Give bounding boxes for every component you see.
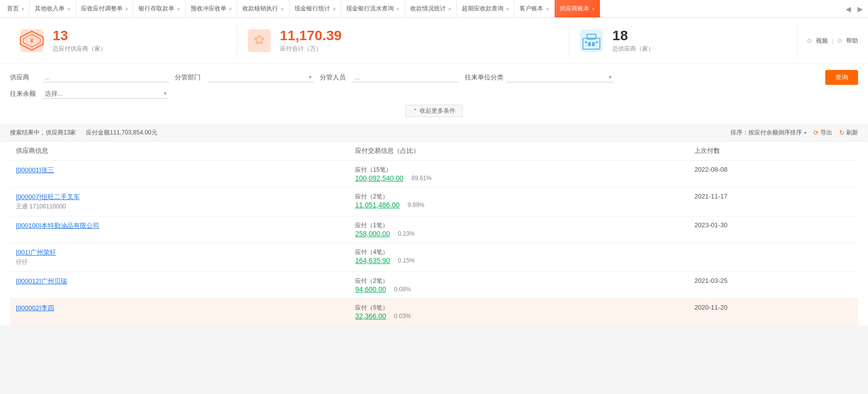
- query-button[interactable]: 查询: [825, 70, 858, 85]
- tab-close-supplier-ledger[interactable]: ×: [592, 6, 595, 12]
- total-suppliers-label: 总供应商（家）: [612, 45, 654, 53]
- sort-label: 排序：按应付余额倒序排序: [730, 129, 802, 137]
- video-link[interactable]: 视频: [816, 37, 828, 45]
- result-bar: 搜索结果中，供应商13家 应付金额111,703,854.00元 排序：按应付余…: [0, 125, 868, 141]
- tab-close-cash-bank-stat[interactable]: ×: [333, 6, 336, 12]
- balance-dropdown-arrow[interactable]: ▾: [164, 90, 167, 97]
- total-suppliers-text: 18 总供应商（家）: [612, 28, 654, 54]
- refresh-label: 刷新: [846, 129, 858, 137]
- supplier-link[interactable]: [000100]本特勤油品有限公司: [16, 222, 99, 229]
- last-payment-date: 2020-11-20: [694, 304, 727, 311]
- filter-row-2: 往来余额 ▾: [10, 89, 169, 99]
- nav-tab-customer-ledger[interactable]: 客户账本×: [514, 0, 554, 18]
- nav-prev-arrow[interactable]: ◀: [842, 0, 854, 18]
- ap-tx-cell: 应付（2笔）11,051,486.009.89%: [349, 188, 688, 216]
- tab-close-other-income[interactable]: ×: [67, 6, 70, 12]
- ap-amount[interactable]: 258,000.00: [355, 230, 390, 238]
- nav-tab-overdue-ar[interactable]: 超期应收款查询×: [457, 0, 514, 18]
- supplier-link[interactable]: [000012]广州贝瑞: [16, 277, 67, 285]
- ap-tx-cell: 应付（5笔）32,366.000.03%: [349, 299, 688, 326]
- balance-input-wrap[interactable]: ▾: [43, 89, 169, 99]
- tab-close-bank-deposit[interactable]: ×: [177, 6, 180, 12]
- nav-tab-bank-deposit[interactable]: 银行存取款单×: [134, 0, 185, 18]
- col-supplier-info: 供应商信息: [10, 141, 349, 161]
- ap-amount[interactable]: 164,635.90: [355, 257, 390, 264]
- person-input[interactable]: [355, 73, 457, 81]
- ap-suppliers-icon: ¥: [18, 27, 46, 55]
- supplier-link[interactable]: [000002]李四: [16, 304, 54, 312]
- tab-close-cash-flow-query[interactable]: ×: [396, 6, 399, 12]
- nav-next-arrow[interactable]: ▶: [854, 0, 866, 18]
- sort-select[interactable]: 排序：按应付余额倒序排序 ▾: [730, 129, 806, 137]
- tab-close-receipt-stat[interactable]: ×: [448, 6, 451, 12]
- dept-filter-label: 分管部门: [175, 73, 205, 82]
- collapse-label: 收起更多条件: [420, 107, 455, 115]
- tab-close-advance-ar[interactable]: ×: [229, 6, 232, 12]
- tab-close-ar-ap-adjust[interactable]: ×: [125, 6, 128, 12]
- nav-tab-receipt-verify[interactable]: 收款核销执行×: [237, 0, 289, 18]
- sort-dropdown-arrow[interactable]: ▾: [804, 130, 806, 135]
- dept-input-wrap[interactable]: ▾: [208, 72, 314, 82]
- ap-amount[interactable]: 100,092,540.00: [355, 174, 403, 182]
- supplier-link[interactable]: [001]广州荣轩: [16, 249, 56, 256]
- person-input-wrap[interactable]: [353, 72, 459, 82]
- svg-rect-10: [592, 42, 595, 46]
- tab-close-receipt-verify[interactable]: ×: [281, 6, 284, 12]
- supplier-input-wrap[interactable]: [43, 72, 169, 82]
- supplier-cell: [000007]恒旺二手叉车王通 17106110000: [10, 188, 349, 216]
- last-payment-cell: 2022-08-08: [688, 161, 858, 188]
- supplier-input[interactable]: [45, 73, 167, 81]
- ap-amount-label: 应付合计（万）: [280, 45, 342, 53]
- ap-tx-cell: 应付（15笔）100,092,540.0089.61%: [349, 161, 688, 188]
- ap-suppliers-text: 13 总应付供应商（家）: [53, 28, 106, 54]
- export-icon: ⟳: [813, 129, 819, 136]
- nav-tab-other-income[interactable]: 其他收入单×: [30, 0, 75, 18]
- collapse-button[interactable]: ⌃ 收起更多条件: [405, 105, 463, 117]
- nav-tab-cash-bank-stat[interactable]: 现金银行统计×: [289, 0, 341, 18]
- nav-tab-advance-ar[interactable]: 预收冲应收单×: [186, 0, 237, 18]
- help-link[interactable]: 帮助: [846, 37, 858, 45]
- supplier-cell: [000100]本特勤油品有限公司: [10, 216, 349, 243]
- nav-tab-supplier-ledger[interactable]: 供应商账本×: [555, 0, 600, 18]
- supplier-cell: [001]广州荣轩仔仔: [10, 243, 349, 272]
- ap-suppliers-num: 13: [53, 28, 106, 44]
- supplier-cell: [000012]广州贝瑞: [10, 272, 349, 299]
- ap-amount[interactable]: 32,366.00: [355, 312, 386, 320]
- ap-count-label: 应付（5笔）: [355, 304, 682, 312]
- nav-tab-receipt-stat[interactable]: 收款情况统计×: [405, 0, 457, 18]
- filter-balance: 往来余额 ▾: [10, 89, 169, 99]
- ap-amount[interactable]: 11,051,486.00: [355, 201, 400, 209]
- svg-rect-9: [588, 42, 591, 46]
- tab-close-customer-ledger[interactable]: ×: [546, 6, 549, 12]
- ap-pct: 0.15%: [398, 257, 415, 264]
- filter-supplier: 供应商: [10, 72, 169, 82]
- balance-input[interactable]: [45, 90, 164, 97]
- supplier-link[interactable]: [000001]张三: [16, 166, 54, 174]
- ap-amount[interactable]: 94,600.00: [355, 285, 386, 293]
- table-row: [000002]李四应付（5笔）32,366.000.03%2020-11-20: [10, 299, 858, 326]
- refresh-button[interactable]: ↻ 刷新: [839, 129, 858, 137]
- balance-filter-label: 往来余额: [10, 89, 40, 98]
- supplier-count-label: 搜索结果中，供应商13家: [10, 129, 76, 137]
- summary-total-suppliers: 18 总供应商（家）: [570, 23, 797, 59]
- dept-dropdown-arrow[interactable]: ▾: [309, 74, 312, 80]
- tab-close-home[interactable]: ×: [21, 6, 24, 12]
- category-input[interactable]: [508, 73, 609, 81]
- table-row: [000007]恒旺二手叉车王通 17106110000应付（2笔）11,051…: [10, 188, 858, 216]
- supplier-link[interactable]: [000007]恒旺二手叉车: [16, 193, 80, 200]
- category-dropdown-arrow[interactable]: ▾: [609, 74, 612, 80]
- table-wrap: 供应商信息 应付交易信息（占比） 上次付数 [000001]张三应付（15笔）1…: [0, 141, 868, 326]
- tab-close-overdue-ar[interactable]: ×: [506, 6, 509, 12]
- last-payment-cell: 2021-11-17: [688, 188, 858, 216]
- ap-pct: 89.61%: [412, 175, 432, 182]
- nav-tab-cash-flow-query[interactable]: 现金银行流水查询×: [341, 0, 405, 18]
- nav-tab-home[interactable]: 首页×: [2, 0, 30, 18]
- nav-tab-ar-ap-adjust[interactable]: 应收应付调整单×: [76, 0, 134, 18]
- circle-icon: ⊙: [807, 37, 812, 44]
- category-input-wrap[interactable]: ▾: [506, 72, 614, 82]
- ap-tx-cell: 应付（1笔）258,000.000.23%: [349, 216, 688, 243]
- export-button[interactable]: ⟳ 导出: [813, 129, 832, 137]
- category-filter-label: 往来单位分类: [465, 73, 504, 82]
- dept-input[interactable]: [210, 73, 309, 81]
- ap-pct: 0.23%: [398, 230, 415, 237]
